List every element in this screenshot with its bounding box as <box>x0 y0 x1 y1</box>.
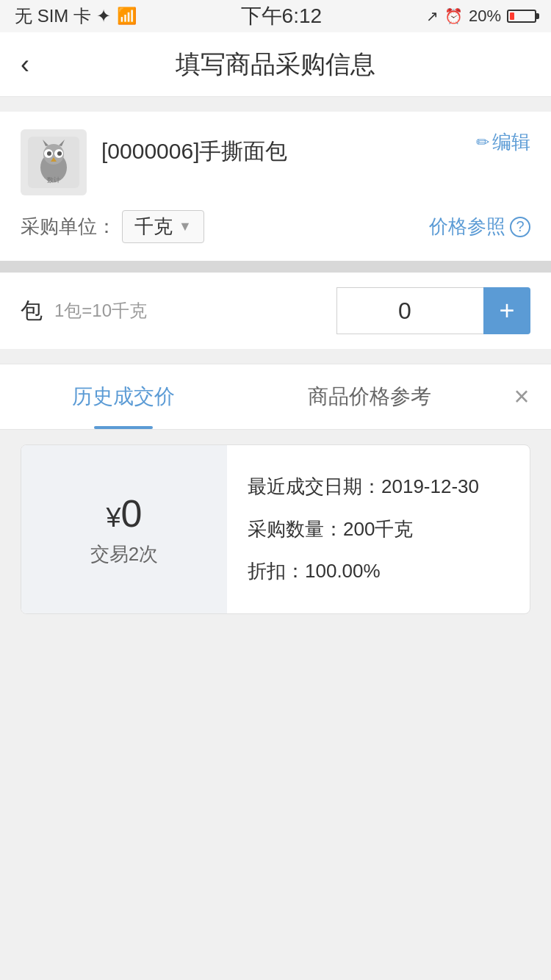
dropdown-arrow-icon: ▼ <box>179 219 192 234</box>
product-card: 数计 [0000006]手撕面包 ✏ 编辑 采购单位： 千克 ▼ 价格参照 ? <box>0 112 551 261</box>
tab-product-price[interactable]: 商品价格参考 <box>246 364 492 429</box>
sim-label: 无 SIM 卡 ✦ <box>15 4 111 28</box>
svg-text:数计: 数计 <box>47 176 60 184</box>
quantity-input-wrap: + <box>336 287 530 334</box>
history-details-section: 最近成交日期：2019-12-30 采购数量：200千克 折扣：100.00% <box>227 445 530 613</box>
divider-bar <box>0 261 551 273</box>
unit-label: 采购单位： <box>21 214 116 239</box>
battery-percent: 20% <box>469 7 501 26</box>
quantity-row: 包 1包=10千克 + <box>0 273 551 349</box>
price-symbol: ¥ <box>107 502 121 533</box>
product-logo: 数计 <box>28 137 79 188</box>
product-left: 数计 [0000006]手撕面包 <box>21 129 287 195</box>
history-price-section: ¥0 交易2次 <box>21 445 227 613</box>
battery-icon <box>507 10 536 23</box>
back-button[interactable]: ‹ <box>21 49 29 80</box>
product-thumbnail: 数计 <box>21 129 87 195</box>
status-right: ↗ ⏰ 20% <box>426 7 536 26</box>
recent-date-row: 最近成交日期：2019-12-30 <box>248 472 509 502</box>
recent-date-label: 最近成交日期： <box>248 475 381 497</box>
tab-active-indicator <box>94 426 153 429</box>
nav-bar: ‹ 填写商品采购信息 <box>0 32 551 97</box>
price-ref-button[interactable]: 价格参照 ? <box>429 214 530 239</box>
history-trades-count: 交易2次 <box>90 541 158 567</box>
svg-point-8 <box>57 151 62 156</box>
edit-icon: ✏ <box>476 133 489 152</box>
edit-button[interactable]: ✏ 编辑 <box>476 129 530 155</box>
quantity-plus-button[interactable]: + <box>483 287 530 334</box>
unit-selector: 采购单位： 千克 ▼ <box>21 210 204 243</box>
purchase-qty-row: 采购数量：200千克 <box>248 514 509 545</box>
product-unit-row: 采购单位： 千克 ▼ 价格参照 ? <box>21 210 530 243</box>
tab-history-price[interactable]: 历史成交价 <box>0 364 246 429</box>
discount-label: 折扣： <box>248 560 305 582</box>
unit-box-label: 包 <box>21 296 43 326</box>
wifi-icon: 📶 <box>117 7 137 26</box>
quantity-label: 包 1包=10千克 <box>21 296 147 326</box>
product-name: [0000006]手撕面包 <box>101 129 287 167</box>
page-title: 填写商品采购信息 <box>176 48 375 82</box>
recent-date-value: 2019-12-30 <box>381 475 479 497</box>
help-icon: ? <box>510 217 530 237</box>
status-left: 无 SIM 卡 ✦ 📶 <box>15 4 137 28</box>
purchase-qty-value: 200千克 <box>343 518 413 540</box>
quantity-input[interactable] <box>336 287 483 334</box>
unit-dropdown[interactable]: 千克 ▼ <box>122 210 204 243</box>
product-header: 数计 [0000006]手撕面包 ✏ 编辑 <box>21 129 530 195</box>
status-time: 下午6:12 <box>241 2 323 30</box>
history-card: ¥0 交易2次 最近成交日期：2019-12-30 采购数量：200千克 折扣：… <box>21 444 530 614</box>
main-content: ¥0 交易2次 最近成交日期：2019-12-30 采购数量：200千克 折扣：… <box>0 444 551 885</box>
discount-value: 100.00% <box>305 560 381 582</box>
discount-row: 折扣：100.00% <box>248 556 509 587</box>
history-price-display: ¥0 <box>107 491 143 536</box>
purchase-qty-label: 采购数量： <box>248 518 343 540</box>
tab-bar: 历史成交价 商品价格参考 × <box>0 364 551 430</box>
tab-close-button[interactable]: × <box>492 364 551 429</box>
unit-conversion: 1包=10千克 <box>54 299 147 323</box>
alarm-icon: ⏰ <box>444 7 463 25</box>
svg-point-7 <box>47 151 51 156</box>
status-bar: 无 SIM 卡 ✦ 📶 下午6:12 ↗ ⏰ 20% <box>0 0 551 32</box>
location-icon: ↗ <box>426 7 439 25</box>
